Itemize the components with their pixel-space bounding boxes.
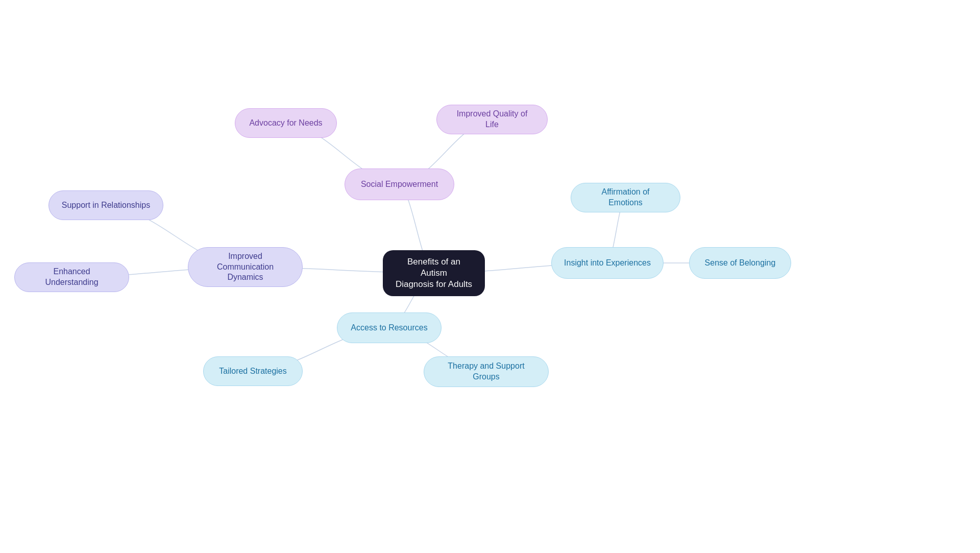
sense-belong-label: Sense of Belonging (705, 258, 776, 269)
tailored-label: Tailored Strategies (219, 366, 287, 377)
improved-quality-label: Improved Quality of Life (449, 109, 535, 130)
improved-quality-node: Improved Quality of Life (436, 105, 548, 134)
affirmation-label: Affirmation of Emotions (583, 187, 668, 208)
insight-label: Insight into Experiences (564, 258, 651, 269)
improved-comm-node: Improved Communication Dynamics (188, 247, 303, 287)
advocacy-node: Advocacy for Needs (235, 108, 337, 138)
center-node: Benefits of an Autism Diagnosis for Adul… (383, 250, 485, 296)
access-res-label: Access to Resources (351, 323, 427, 333)
tailored-node: Tailored Strategies (203, 356, 303, 386)
therapy-label: Therapy and Support Groups (436, 361, 536, 382)
center-label: Benefits of an Autism Diagnosis for Adul… (395, 256, 473, 290)
affirmation-node: Affirmation of Emotions (571, 183, 680, 212)
advocacy-label: Advocacy for Needs (249, 118, 322, 129)
access-res-node: Access to Resources (337, 312, 442, 343)
therapy-node: Therapy and Support Groups (424, 356, 549, 387)
enhanced-under-node: Enhanced Understanding (14, 262, 129, 292)
enhanced-under-label: Enhanced Understanding (27, 267, 116, 288)
support-rel-node: Support in Relationships (48, 190, 163, 220)
sense-belong-node: Sense of Belonging (689, 247, 791, 279)
insight-node: Insight into Experiences (551, 247, 664, 279)
support-rel-label: Support in Relationships (62, 200, 150, 211)
social-empowerment-label: Social Empowerment (361, 179, 438, 190)
improved-comm-label: Improved Communication Dynamics (201, 251, 290, 283)
social-empowerment-node: Social Empowerment (345, 169, 454, 200)
